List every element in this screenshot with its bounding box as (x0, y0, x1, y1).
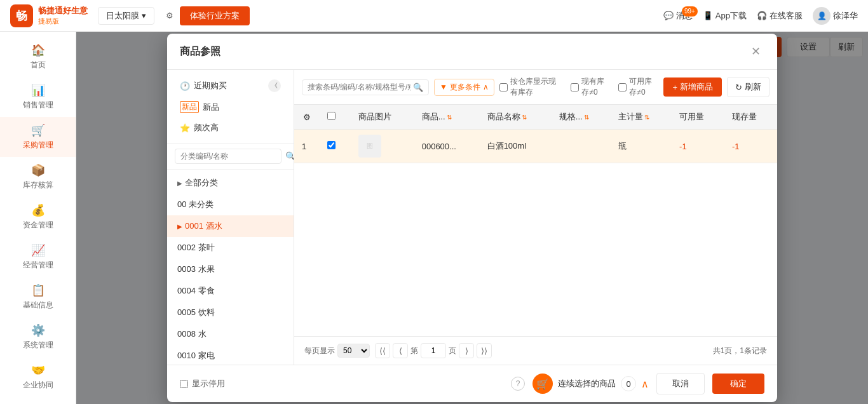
modal-header: 商品参照 ✕ (167, 34, 777, 70)
collapse-cart-icon[interactable]: ∧ (641, 378, 649, 390)
finance-icon: 💰 (31, 203, 45, 217)
product-search-input[interactable] (308, 83, 410, 91)
more-filter-button[interactable]: ▼ 更多条件 ∧ (434, 79, 494, 96)
category-0002[interactable]: 0002 茶叶 (167, 237, 294, 259)
product-table-container: ⚙ 商品图片 商品...⇅ (294, 105, 777, 336)
add-product-button[interactable]: + 新增商品 (663, 77, 722, 97)
page-size-select: 每页显示 50 100 (304, 344, 370, 358)
category-0010[interactable]: 0010 家电 (167, 345, 294, 365)
category-0001[interactable]: ▶ 0001 酒水 (167, 215, 294, 237)
filter-icon: ▼ (440, 83, 447, 91)
first-page-button[interactable]: ⟨⟨ (375, 343, 390, 358)
page-size-dropdown[interactable]: 50 100 (337, 344, 370, 358)
category-list: ▶ 全部分类 00 未分类 ▶ 0001 酒水 0002 茶 (167, 170, 294, 365)
store-selector[interactable]: 日太阳膜 ▾ (98, 7, 154, 25)
checkbox-nonzero-available[interactable]: 可用库存≠0 (618, 76, 658, 98)
quick-new-products[interactable]: 新品 新品 (175, 97, 286, 118)
logo-text: 畅捷通好生意 捷易版 (38, 5, 88, 26)
product-table: ⚙ 商品图片 商品...⇅ (294, 105, 777, 163)
category-0005[interactable]: 0005 饮料 (167, 302, 294, 323)
th-code[interactable]: 商品...⇅ (414, 105, 480, 130)
quick-recent-purchase[interactable]: 🕐 近期购买 《 (175, 75, 286, 97)
th-settings[interactable]: ⚙ (294, 105, 320, 130)
cancel-button[interactable]: 取消 (656, 373, 705, 394)
category-0008[interactable]: 0008 水 (167, 323, 294, 345)
quick-access-section: 🕐 近期购买 《 新品 新品 ⭐ 频次高 (167, 70, 294, 144)
sidebar-item-enterprise[interactable]: 🤝 企业协同 (0, 357, 76, 397)
toolbar: 🔍 ▼ 更多条件 ∧ 按仓库显示现有库存 (294, 70, 777, 105)
show-disabled-input[interactable] (180, 380, 188, 388)
mobile-icon: 📱 (703, 11, 713, 20)
category-00[interactable]: 00 未分类 (167, 194, 294, 215)
select-all-checkbox[interactable] (327, 112, 336, 120)
sidebar-item-inventory[interactable]: 📦 库存核算 (0, 157, 76, 197)
row-stock: -1 (724, 130, 777, 163)
sidebar-item-sales[interactable]: 📊 销售管理 (0, 77, 76, 117)
category-search-icon[interactable]: 🔍 (285, 151, 294, 161)
checkbox-nonzero-stock[interactable]: 现有库存≠0 (571, 76, 611, 98)
refresh-button[interactable]: ↻ 刷新 (727, 77, 770, 97)
logo-icon: 畅 (10, 4, 33, 27)
collapse-button[interactable]: 《 (268, 79, 281, 92)
row-select-checkbox[interactable] (327, 141, 336, 149)
app-download-button[interactable]: 📱 App下载 (703, 10, 747, 22)
star-icon: ⭐ (180, 123, 190, 133)
search-icon[interactable]: 🔍 (413, 83, 423, 92)
active-arrow-icon: ▶ (177, 223, 182, 230)
user-menu[interactable]: 👤 徐泽华 (813, 7, 858, 25)
checkbox-nonzero-available-input[interactable] (618, 83, 627, 91)
expand-icon: ▶ (177, 180, 182, 187)
operation-icon: 📈 (31, 243, 45, 257)
category-0003[interactable]: 0003 水果 (167, 259, 294, 280)
main-content: 刷新 查询 设置 商品参照 ✕ 🕐 (76, 32, 868, 404)
clock-icon: 🕐 (180, 81, 190, 91)
category-0004[interactable]: 0004 零食 (167, 280, 294, 302)
prev-page-button[interactable]: ⟨ (393, 343, 408, 358)
modal-close-button[interactable]: ✕ (747, 43, 764, 60)
cart-count: 0 (621, 376, 636, 391)
message-button[interactable]: 💬 消息 99+ (663, 10, 693, 22)
message-icon: 💬 (663, 11, 674, 20)
product-search-bar: 🔍 (302, 79, 429, 95)
category-search-input[interactable] (175, 149, 281, 164)
message-badge: 99+ (682, 6, 698, 17)
sidebar-item-system[interactable]: ⚙️ 系统管理 (0, 317, 76, 357)
plus-icon: + (672, 83, 677, 92)
checkbox-nonzero-stock-input[interactable] (571, 83, 579, 91)
help-icon[interactable]: ? (511, 377, 525, 391)
cart-icon[interactable]: 🛒 (532, 374, 553, 394)
experience-button[interactable]: 体验行业方案 (180, 6, 250, 25)
online-service-button[interactable]: 🎧 在线客服 (757, 10, 803, 22)
confirm-button[interactable]: 确定 (712, 374, 764, 394)
sidebar-item-guide[interactable]: 🎯 新手引导 (0, 397, 76, 404)
last-page-button[interactable]: ⟩⟩ (477, 343, 492, 358)
checkbox-show-stock-input[interactable] (499, 83, 508, 91)
logo-area: 畅 畅捷通好生意 捷易版 (10, 4, 88, 27)
sidebar: 🏠 首页 📊 销售管理 🛒 采购管理 📦 库存核算 💰 资金管理 📈 经营管理 … (0, 32, 76, 404)
product-reference-modal: 商品参照 ✕ 🕐 近期购买 《 (167, 34, 777, 402)
table-header-row: ⚙ 商品图片 商品...⇅ (294, 105, 777, 130)
row-num: 1 (294, 130, 320, 163)
modal-body: 🕐 近期购买 《 新品 新品 ⭐ 频次高 (167, 70, 777, 365)
th-name[interactable]: 商品名称⇅ (480, 105, 552, 130)
sidebar-item-home[interactable]: 🏠 首页 (0, 37, 76, 77)
th-unit[interactable]: 主计量⇅ (611, 105, 672, 130)
row-name: 白酒100ml (480, 130, 552, 163)
gear-icon[interactable]: ⚙ (159, 6, 180, 26)
show-disabled-checkbox[interactable]: 显示停用 (180, 378, 225, 389)
page-number-input[interactable] (421, 343, 446, 358)
category-all[interactable]: ▶ 全部分类 (167, 172, 294, 194)
checkbox-show-stock[interactable]: 按仓库显示现有库存 (499, 76, 564, 98)
th-spec[interactable]: 规格...⇅ (552, 105, 611, 130)
sidebar-item-finance[interactable]: 💰 资金管理 (0, 197, 76, 237)
quick-high-frequency[interactable]: ⭐ 频次高 (175, 118, 286, 138)
sidebar-item-basic[interactable]: 📋 基础信息 (0, 277, 76, 317)
table-row[interactable]: 1 图 000600... 白酒100ml (294, 130, 777, 163)
pagination: 每页显示 50 100 ⟨⟨ ⟨ 第 (294, 336, 777, 365)
next-page-button[interactable]: ⟩ (459, 343, 474, 358)
sidebar-item-operation[interactable]: 📈 经营管理 (0, 237, 76, 277)
row-available: -1 (672, 130, 724, 163)
sidebar-item-purchase[interactable]: 🛒 采购管理 (0, 117, 76, 157)
user-avatar: 👤 (813, 7, 831, 25)
system-icon: ⚙️ (31, 323, 45, 337)
